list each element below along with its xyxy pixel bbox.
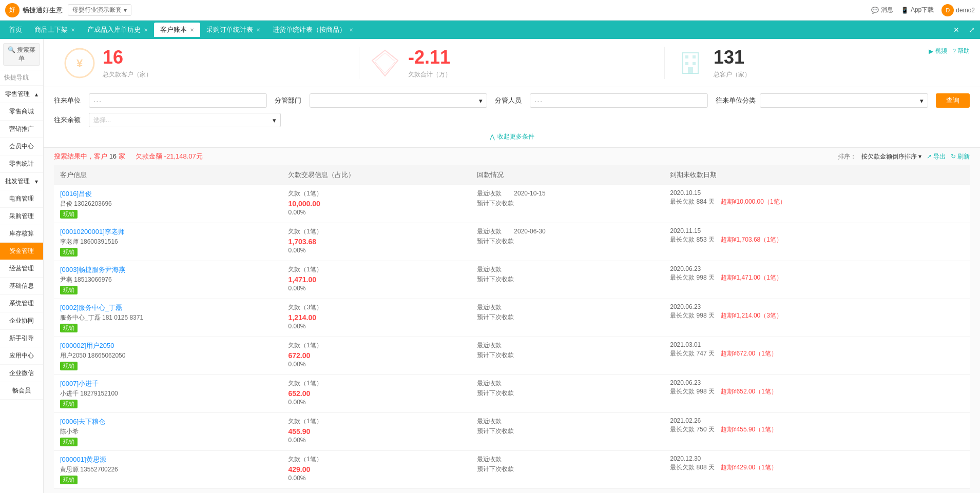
- tab-inbound-stats[interactable]: 进货单统计表（按商品） ✕: [266, 23, 359, 37]
- sidebar-item-corp-wechat[interactable]: 企业微信: [0, 365, 43, 382]
- tab-home[interactable]: 首页: [3, 23, 28, 37]
- tab-customer-account-close[interactable]: ✕: [190, 27, 194, 33]
- customer-name-7[interactable]: [000001]黄思源: [60, 455, 276, 464]
- overdue-link-5[interactable]: 超期¥652.00（1笔）: [721, 388, 777, 395]
- tab-purchase-order-close[interactable]: ✕: [256, 27, 260, 33]
- owe-amount-5[interactable]: 652.00: [288, 389, 465, 398]
- dept-chevron-icon: [479, 97, 483, 105]
- cell-recov-0: 最近收款 2020-10-15 预计下次收款: [471, 185, 664, 223]
- owe-amount-4[interactable]: 672.00: [288, 351, 465, 360]
- overdue-link-2[interactable]: 超期¥1,471.00（1笔）: [721, 274, 782, 281]
- message-btn[interactable]: 💬 消息: [871, 6, 893, 14]
- customer-name-6[interactable]: [0006]去下粮仓: [60, 417, 276, 426]
- sidebar-item-purchase[interactable]: 采购管理: [0, 208, 43, 225]
- sidebar-item-retail-mgmt[interactable]: 零售管理 ▴: [0, 86, 43, 103]
- balance-select[interactable]: 选择...: [89, 113, 281, 127]
- customer-name-5[interactable]: [0007]小进千: [60, 379, 276, 388]
- sidebar-item-super-member[interactable]: 畅会员: [0, 382, 43, 400]
- tab-produce-history-close[interactable]: ✕: [144, 27, 148, 33]
- customer-name-2[interactable]: [0003]畅捷服务尹海燕: [60, 265, 276, 274]
- sidebar-item-retail-stats[interactable]: 零售统计: [0, 155, 43, 173]
- overdue-link-0[interactable]: 超期¥10,000.00（1笔）: [721, 198, 786, 205]
- tab-purchase-order[interactable]: 采购订单统计表 ✕: [200, 23, 266, 37]
- sidebar-search-btn[interactable]: 🔍 搜索菜单: [3, 43, 40, 66]
- sidebar-item-new-guide[interactable]: 新手引导: [0, 330, 43, 347]
- cell-due-2: 2020.06.23 最长欠款 998 天 超期¥1,471.00（1笔）: [664, 261, 970, 299]
- customer-name-0[interactable]: [0016]吕俊: [60, 189, 276, 199]
- overdue-link-6[interactable]: 超期¥455.90（1笔）: [721, 426, 777, 433]
- video-icon: ▶: [929, 48, 933, 55]
- overdue-link-7[interactable]: 超期¥429.00（1笔）: [721, 464, 777, 471]
- sidebar-item-operations[interactable]: 经营管理: [0, 260, 43, 278]
- stat-owe-customers-value: 16: [103, 47, 152, 68]
- customer-name-1[interactable]: [00010200001]李老师: [60, 227, 276, 236]
- sidebar-item-marketing[interactable]: 营销推广: [0, 121, 43, 138]
- sidebar-item-member[interactable]: 会员中心: [0, 138, 43, 155]
- person-filter: 分管人员 ···: [495, 93, 708, 108]
- refresh-btn[interactable]: ↻ 刷新: [951, 152, 970, 161]
- owe-amount-2[interactable]: 1,471.00: [288, 275, 465, 284]
- cell-owe-4: 欠款（1笔） 672.00 0.00%: [282, 337, 471, 375]
- customer-name-3[interactable]: [0002]服务中心_丁磊: [60, 303, 276, 312]
- owe-count-1: 欠款（1笔）: [288, 227, 465, 236]
- store-selector[interactable]: 母婴行业演示账套: [68, 4, 131, 16]
- overdue-link-3[interactable]: 超期¥1,214.00（3笔）: [721, 312, 782, 319]
- owe-amount-7[interactable]: 429.00: [288, 465, 465, 474]
- tab-inbound-stats-label: 进货单统计表（按商品）: [273, 25, 346, 34]
- export-btn[interactable]: ↗ 导出: [927, 152, 946, 161]
- tab-product-shelf-close[interactable]: ✕: [71, 27, 75, 33]
- cell-owe-7: 欠款（1笔） 429.00 0.00%: [282, 451, 471, 489]
- due-date-4: 2021.03.01: [670, 341, 964, 348]
- sidebar-item-base-info[interactable]: 基础信息: [0, 278, 43, 295]
- top-bar-right: 💬 消息 📱 App下载 D demo2: [871, 4, 975, 16]
- tabs-close-all-btn[interactable]: ✕: [951, 25, 962, 35]
- sidebar-item-inventory[interactable]: 库存核算: [0, 225, 43, 243]
- sidebar-item-finance[interactable]: 资金管理: [0, 243, 43, 260]
- unit-category-select[interactable]: [760, 93, 929, 108]
- owe-amount-6[interactable]: 455.90: [288, 427, 465, 436]
- cell-owe-2: 欠款（1笔） 1,471.00 0.00%: [282, 261, 471, 299]
- cell-customer-4: [000002]用户2050 用户2050 18665062050 现销: [54, 337, 282, 375]
- customer-tag-1: 现销: [60, 248, 78, 257]
- sidebar-item-app-center[interactable]: 应用中心: [0, 347, 43, 365]
- avatar: D: [941, 4, 954, 16]
- dept-select[interactable]: [310, 93, 488, 108]
- help-btn[interactable]: ? 帮助: [952, 47, 970, 55]
- sidebar-item-retail-mall[interactable]: 零售商城: [0, 103, 43, 121]
- sidebar-item-batch-mgmt[interactable]: 批发管理 ▾: [0, 173, 43, 190]
- owe-amount-0[interactable]: 10,000.00: [288, 200, 465, 208]
- sort-select[interactable]: 按欠款金额倒序排序: [861, 152, 921, 161]
- overdue-link-4[interactable]: 超期¥672.00（1笔）: [721, 350, 777, 357]
- owe-pct-6: 0.00%: [288, 437, 465, 444]
- collapse-bar[interactable]: ⋀ 收起更多条件: [54, 132, 970, 141]
- tab-purchase-order-label: 采购订单统计表: [206, 25, 253, 34]
- tabs-maximize-btn[interactable]: ⤢: [966, 25, 977, 35]
- overdue-link-1[interactable]: 超期¥1,703.68（1笔）: [721, 236, 782, 243]
- tab-produce-history[interactable]: 产成品入库单历史 ✕: [81, 23, 154, 37]
- recov-next-5: 预计下次收款: [477, 389, 658, 398]
- owe-amount-3[interactable]: 1,214.00: [288, 313, 465, 322]
- tab-inbound-stats-close[interactable]: ✕: [349, 27, 353, 33]
- recov-next-6: 预计下次收款: [477, 427, 658, 436]
- video-btn[interactable]: ▶ 视频: [929, 47, 947, 55]
- sidebar-item-system[interactable]: 系统管理: [0, 295, 43, 312]
- cell-recov-4: 最近收款 预计下次收款: [471, 337, 664, 375]
- tab-customer-account[interactable]: 客户账本 ✕: [154, 23, 200, 37]
- filter-row-2: 往来余额 选择...: [54, 113, 970, 127]
- person-input[interactable]: ···: [530, 93, 708, 108]
- sidebar-item-ecommerce[interactable]: 电商管理: [0, 190, 43, 208]
- sidebar-item-corp-collab[interactable]: 企业协同: [0, 312, 43, 330]
- building-icon: [675, 48, 706, 78]
- owe-pct-7: 0.00%: [288, 475, 465, 482]
- query-button[interactable]: 查询: [936, 93, 970, 108]
- customer-name-4[interactable]: [000002]用户2050: [60, 341, 276, 350]
- owe-amount-1[interactable]: 1,703.68: [288, 238, 465, 246]
- export-label: 导出: [933, 152, 946, 161]
- tab-product-shelf[interactable]: 商品上下架 ✕: [28, 23, 81, 37]
- from-unit-input[interactable]: ···: [89, 93, 267, 108]
- table-summary-left: 搜索结果中，客户 16 家 欠款金额 -21,148.07元: [54, 152, 203, 161]
- user-menu[interactable]: D demo2: [941, 4, 975, 16]
- cell-recov-6: 最近收款 预计下次收款: [471, 413, 664, 451]
- cell-recov-1: 最近收款 2020-06-30 预计下次收款: [471, 223, 664, 261]
- app-download-btn[interactable]: 📱 App下载: [901, 6, 934, 14]
